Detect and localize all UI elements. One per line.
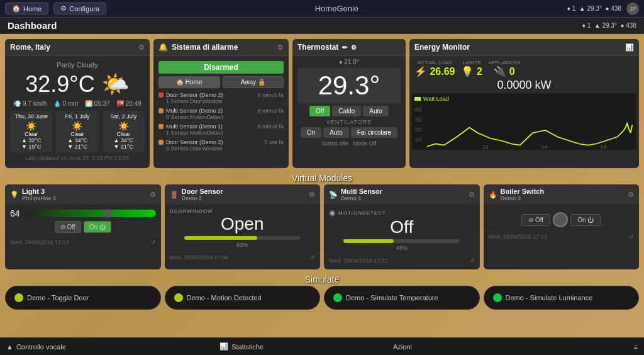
thermostat-mode-buttons: Off Caldo Auto xyxy=(297,106,401,116)
light3-footer: Wed, 29/06/2016 17:12 ↺ xyxy=(5,237,161,247)
light3-toggle-buttons: ⊘ Off On ⏻ xyxy=(55,221,111,233)
simulate-temperature-button[interactable]: Demo - Simulate Temperature xyxy=(324,286,480,310)
multisensor-settings-icon[interactable]: ⚙ xyxy=(469,191,475,199)
bottom-item-actions[interactable]: Azioni xyxy=(322,338,483,355)
forecast-day-1-icon: ☀️ xyxy=(13,121,50,131)
bottom-item-menu[interactable]: ≡ xyxy=(483,338,644,355)
avatar[interactable]: JP xyxy=(626,3,639,15)
light3-subtitle: PhilipsHue 3 xyxy=(22,195,56,201)
simulate-motion-detected-button[interactable]: Demo - Motion Detected xyxy=(165,286,321,310)
light3-title-text: Light 3 xyxy=(22,188,56,195)
forecast-day-1-high: ▲ 32°C xyxy=(13,137,50,144)
alarm-event-4-time: 5 ore fa xyxy=(264,139,284,145)
bottom-voice-label: Controllo vocale xyxy=(16,343,66,351)
alarm-event-2-dot xyxy=(158,108,164,113)
alarm-event-3-left: Multi Sensor (Demo 1) 1 Sensor.MotionDet… xyxy=(158,123,223,136)
boilerswitch-on-button[interactable]: On ⏻ xyxy=(570,214,601,226)
chart-legend-label: Watt Load xyxy=(423,96,449,102)
bottom-bar: ▲ Controllo vocale 📊 Statistiche Azioni … xyxy=(0,337,644,355)
boilerswitch-title: 🔥 Boiler Switch Demo 3 xyxy=(489,188,545,201)
alarm-event-2-left: Multi Sensor (Demo 2) 0 Sensor.MotionDet… xyxy=(158,108,223,120)
app-title: HomeGenie xyxy=(111,4,562,13)
multisensor-refresh-icon[interactable]: ↺ xyxy=(470,257,475,264)
alarm-event-3-dot xyxy=(158,124,164,129)
weather-card-header: Rome, Italy ⚙ xyxy=(5,39,150,56)
boilerswitch-subtitle: Demo 3 xyxy=(501,195,545,201)
boilerswitch-off-button[interactable]: ⊘ Off xyxy=(521,214,550,226)
energy-chart-icon[interactable]: 📊 xyxy=(625,43,634,52)
alarm-body: Disarmed 🏠 Home Away 🔒 Door Senso xyxy=(153,56,289,156)
doorsensor-pct: 63% xyxy=(236,242,248,248)
light3-title: 💡 Light 3 PhilipsHue 3 xyxy=(10,188,56,201)
simulate-luminance-button[interactable]: Demo - Simulate Luminance xyxy=(484,286,640,310)
svg-text:10: 10 xyxy=(414,137,423,143)
light3-refresh-icon[interactable]: ↺ xyxy=(151,239,156,245)
doorsensor-header: 🚪 Door Sensor Demo 2 ⚙ xyxy=(165,184,321,205)
alarm-settings-icon[interactable]: ⚙ xyxy=(277,43,284,52)
home-nav-button[interactable]: 🏠 Home xyxy=(5,3,48,14)
forecast-day-3-label: Clear xyxy=(105,131,142,137)
thermostat-off-button[interactable]: Off xyxy=(309,106,330,116)
multisensor-footer: Wed, 29/06/2016 17:12 ↺ xyxy=(324,255,480,266)
boilerswitch-circle xyxy=(553,212,568,227)
simulate-luminance-dot xyxy=(493,293,502,302)
bottom-item-stats[interactable]: 📊 Statistiche xyxy=(161,338,322,355)
energy-card: Energy Monitor 📊 ACTUAL LOAD ⚡ 26.69 LIG… xyxy=(409,39,639,168)
weather-settings-icon[interactable]: ⚙ xyxy=(138,43,145,52)
thermostat-caldo-button[interactable]: Caldo xyxy=(332,106,361,116)
forecast-day-2-name: Fri, 1 July xyxy=(58,113,96,120)
light3-settings-icon[interactable]: ⚙ xyxy=(150,191,156,199)
main-content: Rome, Italy ⚙ Partly Cloudy 32.9°C 🌤️ 💨 … xyxy=(0,34,644,337)
simulate-motion-dot xyxy=(174,293,183,302)
bottom-item-voice[interactable]: ▲ Controllo vocale xyxy=(0,338,161,355)
alarm-away-button[interactable]: Away 🔒 xyxy=(223,76,284,88)
alarm-mode-buttons: 🏠 Home Away 🔒 xyxy=(158,76,284,88)
light3-on-button[interactable]: On ⏻ xyxy=(84,221,111,233)
thermostat-fan-on-button[interactable]: On xyxy=(301,127,321,138)
multisensor-progress xyxy=(343,239,460,243)
boilerswitch-refresh-icon[interactable]: ↺ xyxy=(629,234,634,240)
light3-slider[interactable] xyxy=(24,210,156,217)
thermostat-edit-icon[interactable]: ✏ xyxy=(342,44,347,51)
thermostat-mode-value: Off xyxy=(369,140,377,147)
alarm-event-2-text: Multi Sensor (Demo 2) 0 Sensor.MotionDet… xyxy=(166,108,223,120)
light3-slider-thumb[interactable] xyxy=(103,209,112,218)
alarm-event-2: Multi Sensor (Demo 2) 0 Sensor.MotionDet… xyxy=(158,106,284,122)
weather-details: 💨 9.7 km/h 💧 0 mm 🌅 05:37 🌇 20:49 xyxy=(10,100,145,107)
thermostat-settings-icon[interactable]: ⚙ xyxy=(351,44,357,51)
bottom-menu-icon: ≡ xyxy=(634,343,638,351)
thermostat-fan-auto-button[interactable]: Auto xyxy=(323,127,349,138)
thermostat-fan-circ-button[interactable]: Fai circolare xyxy=(351,127,397,138)
simulate-luminance-label: Demo - Simulate Luminance xyxy=(506,294,593,301)
thermostat-card: Thermostat ✏ ⚙ ♦ 21.0° 29.3° Off Caldo A… xyxy=(292,39,406,168)
simulate-toggle-door-button[interactable]: Demo - Toggle Door xyxy=(5,286,161,310)
multisensor-progress-bar xyxy=(343,239,394,243)
doorsensor-settings-icon[interactable]: ⚙ xyxy=(309,191,315,199)
gear-nav-icon: ⚙ xyxy=(60,4,67,13)
status-indicators: ♦ 1 ▲ 29.3° ● 438 xyxy=(567,5,621,12)
alarm-home-label: 🏠 Home xyxy=(176,79,202,86)
weather-updated: Last Updated on June 29, 3:15 PM CEST xyxy=(10,155,145,161)
weather-condition: Partly Cloudy xyxy=(10,61,145,69)
simulate-buttons-row: Demo - Toggle Door Demo - Motion Detecte… xyxy=(5,286,639,310)
alarm-event-4-dot xyxy=(158,140,164,145)
energy-actual-load-label: ACTUAL LOAD xyxy=(414,60,455,65)
boilerswitch-icon: 🔥 xyxy=(489,191,497,199)
thermostat-auto-button[interactable]: Auto xyxy=(363,106,389,116)
multisensor-title-group: Multi Sensor Demo 1 xyxy=(341,188,382,201)
light3-off-button[interactable]: ⊘ Off xyxy=(55,221,81,233)
alarm-event-2-time: 8 minuti fa xyxy=(257,108,284,114)
light3-value: 64 xyxy=(10,208,20,218)
light3-title-group: Light 3 PhilipsHue 3 xyxy=(22,188,56,201)
thermostat-status-value: Idle xyxy=(340,140,349,147)
doorsensor-refresh-icon[interactable]: ↺ xyxy=(310,254,315,261)
config-nav-button[interactable]: ⚙ Configura xyxy=(53,3,106,14)
multisensor-value: Off xyxy=(390,217,413,237)
doorsensor-module: 🚪 Door Sensor Demo 2 ⚙ DOORWINDOW Open 6… xyxy=(165,184,321,269)
boilerswitch-settings-icon[interactable]: ⚙ xyxy=(628,191,634,199)
dashboard-header: Dashboard ♦ 1 ▲ 29.3° ● 438 xyxy=(0,18,644,34)
svg-text:30: 30 xyxy=(414,116,423,123)
alarm-home-button[interactable]: 🏠 Home xyxy=(158,76,220,88)
boilerswitch-toggles: ⊘ Off On ⏻ xyxy=(521,212,601,227)
alarm-event-3-time: 8 minuti fa xyxy=(257,123,284,130)
